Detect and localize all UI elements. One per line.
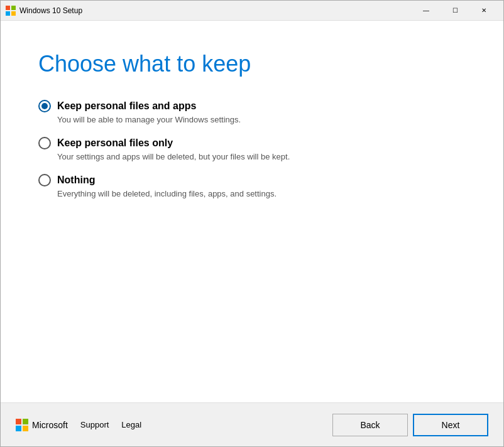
- option-keep-files-apps: Keep personal files and apps You will be…: [38, 100, 466, 124]
- option-nothing: Nothing Everything will be deleted, incl…: [38, 174, 466, 198]
- svg-rect-0: [6, 6, 10, 10]
- radio-inner-keep-files-apps: [41, 103, 48, 109]
- footer-right: Back Next: [332, 414, 488, 436]
- radio-keep-files-apps[interactable]: [38, 100, 51, 112]
- support-link[interactable]: Support: [80, 420, 109, 429]
- legal-link[interactable]: Legal: [121, 420, 141, 429]
- window-controls: — ☐ ✕: [412, 1, 498, 21]
- option-keep-files-only-label: Keep personal files only: [57, 137, 173, 149]
- svg-rect-1: [11, 6, 16, 10]
- svg-rect-3: [11, 11, 16, 16]
- option-nothing-label: Nothing: [57, 175, 95, 186]
- radio-nothing[interactable]: [38, 174, 51, 186]
- option-keep-files-only: Keep personal files only Your settings a…: [38, 137, 466, 161]
- minimize-button[interactable]: —: [412, 1, 441, 21]
- close-button[interactable]: ✕: [469, 1, 498, 21]
- next-button[interactable]: Next: [413, 414, 488, 436]
- window-title: Windows 10 Setup: [19, 6, 412, 15]
- back-button[interactable]: Back: [332, 414, 408, 436]
- logo-yellow: [23, 426, 28, 431]
- main-content: Choose what to keep Keep personal files …: [1, 21, 503, 402]
- app-icon: [6, 6, 16, 16]
- option-keep-files-only-desc: Your settings and apps will be deleted, …: [57, 152, 466, 161]
- footer-left: Microsoft Support Legal: [16, 419, 332, 431]
- titlebar: Windows 10 Setup — ☐ ✕: [1, 1, 503, 21]
- logo-blue: [16, 426, 21, 431]
- setup-window: Windows 10 Setup — ☐ ✕ Choose what to ke…: [0, 0, 504, 447]
- option-keep-files-apps-label: Keep personal files and apps: [57, 100, 196, 112]
- option-keep-files-only-row[interactable]: Keep personal files only: [38, 137, 466, 149]
- microsoft-logo-grid: [16, 419, 28, 431]
- option-keep-files-apps-row[interactable]: Keep personal files and apps: [38, 100, 466, 112]
- option-nothing-desc: Everything will be deleted, including fi…: [57, 189, 466, 198]
- maximize-button[interactable]: ☐: [441, 1, 469, 21]
- options-list: Keep personal files and apps You will be…: [38, 100, 466, 198]
- footer: Microsoft Support Legal Back Next: [1, 402, 503, 446]
- logo-green: [23, 419, 28, 424]
- svg-rect-2: [6, 11, 10, 16]
- option-nothing-row[interactable]: Nothing: [38, 174, 466, 186]
- option-keep-files-apps-desc: You will be able to manage your Windows …: [57, 115, 466, 124]
- radio-keep-files-only[interactable]: [38, 137, 51, 149]
- page-title: Choose what to keep: [38, 51, 466, 77]
- microsoft-logo: Microsoft: [16, 419, 68, 431]
- logo-red: [16, 419, 21, 424]
- microsoft-brand-label: Microsoft: [32, 420, 68, 430]
